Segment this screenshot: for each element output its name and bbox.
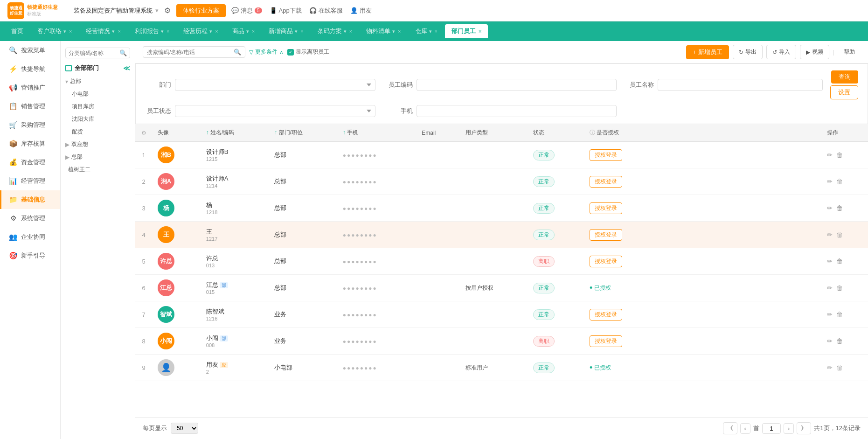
last-page-btn[interactable]: 》 [797,422,811,434]
more-filters-btn[interactable]: ▽ 更多条件 ∧ [249,48,284,56]
search-box[interactable]: 🔍 [143,46,245,58]
edit-icon[interactable]: ✏ [827,311,833,318]
dept-group-zonbu2[interactable]: ▶ 总部 [61,151,135,163]
tab-dept-staff[interactable]: 部门员工× [445,24,488,38]
search-input[interactable] [147,49,232,56]
dept-item-xiaodibu[interactable]: 小电部 [64,88,135,100]
auth-login-btn[interactable]: 授权登录 [590,229,622,241]
delete-icon[interactable]: 🗑 [836,311,843,318]
add-employee-btn[interactable]: + 新增员工 [686,45,729,59]
dept-search-input[interactable] [69,50,118,56]
title-arrow-icon[interactable]: ▾ [155,7,159,14]
dept-item-peihuo[interactable]: 配货 [64,125,135,138]
tab-close[interactable]: × [435,28,437,34]
col-settings[interactable]: ⚙ [135,124,152,142]
edit-icon[interactable]: ✏ [827,337,833,345]
edit-icon[interactable]: ✏ [827,178,833,185]
tab-close[interactable]: × [398,28,401,34]
dept-select[interactable] [175,79,375,91]
tab-close[interactable]: × [300,28,303,34]
set-btn[interactable]: 设置 [830,85,858,99]
tab-close[interactable]: × [118,28,120,34]
resigned-checkbox[interactable]: ✓ [287,49,294,56]
sidebar-item-inventory[interactable]: 📦 库存核算 [0,134,60,153]
sidebar-item-sales[interactable]: 📋 销售管理 [0,97,60,116]
import-btn[interactable]: ↺ 导入 [766,45,796,59]
tab-bom[interactable]: 物料清单▾× [360,24,407,38]
delete-icon[interactable]: 🗑 [836,204,843,212]
tab-operations[interactable]: 经营情况▾× [79,24,127,38]
online-service-btn[interactable]: 🎧 在线客服 [309,7,343,15]
dept-item-xiangmukufang[interactable]: 项目库房 [64,100,135,113]
tab-goods[interactable]: 商品▾× [226,24,261,38]
query-btn[interactable]: 查询 [831,70,858,84]
sidebar-item-quicknav[interactable]: ⚡ 快捷导航 [0,60,60,78]
tab-close[interactable]: × [479,28,481,34]
edit-icon[interactable]: ✏ [827,231,833,238]
view-btn[interactable]: ▶ 视频 [800,45,829,59]
auth-login-btn[interactable]: 授权登录 [590,335,622,347]
sidebar-item-system[interactable]: ⚙ 系统管理 [0,209,60,228]
col-dept-position[interactable]: ↑ 部门/职位 [269,124,337,142]
col-name-code[interactable]: ↑ 姓名/编码 [201,124,269,142]
sidebar-item-operations[interactable]: 📊 经营管理 [0,172,60,190]
dept-all-btn[interactable]: 全部部门 ≪ [61,61,135,75]
edit-icon[interactable]: ✏ [827,258,833,265]
auth-login-btn[interactable]: 授权登录 [590,149,622,161]
experience-btn[interactable]: 体验行业方案 [176,4,226,17]
sidebar-item-search[interactable]: 🔍 搜索菜单 [0,41,60,60]
dept-group-zonbu[interactable]: ▾ 总部 [61,75,135,88]
emp-code-input[interactable] [417,79,617,91]
auth-login-btn[interactable]: 授权登录 [590,202,622,214]
tab-warehouse[interactable]: 仓库▾× [409,24,444,38]
delete-icon[interactable]: 🗑 [836,284,843,292]
dept-group-shuangzuoxiang[interactable]: ▶ 双座想 [61,138,135,151]
user-btn[interactable]: 👤 用友 [350,7,372,15]
dept-item-shenyang[interactable]: 沈阳大库 [64,113,135,125]
tab-new-goods[interactable]: 新增商品▾× [262,24,310,38]
tab-close[interactable]: × [349,28,352,34]
sidebar-item-purchase[interactable]: 🛒 采购管理 [0,116,60,134]
col-phone[interactable]: ↑ 手机 [337,124,417,142]
tab-home[interactable]: 首页 [5,24,30,38]
next-page-btn[interactable]: › [784,423,794,434]
sidebar-item-marketing[interactable]: 📢 营销推广 [0,78,60,97]
export-btn[interactable]: ↻ 导出 [733,45,763,59]
gear-btn[interactable]: ⚙ [164,6,171,15]
edit-icon[interactable]: ✏ [827,364,833,371]
tab-close[interactable]: × [69,28,72,34]
delete-icon[interactable]: 🗑 [836,337,843,345]
page-input[interactable] [762,423,781,434]
emp-status-select[interactable] [175,105,375,117]
delete-icon[interactable]: 🗑 [836,258,843,265]
tab-close[interactable]: × [252,28,255,34]
delete-icon[interactable]: 🗑 [836,364,843,371]
first-page-btn[interactable]: 《 [723,422,737,434]
auth-login-btn[interactable]: 授权登录 [590,256,622,267]
auth-login-btn[interactable]: 授权登录 [590,309,622,321]
sidebar-item-collab[interactable]: 👥 企业协同 [0,228,60,246]
message-btn[interactable]: 💬 消息 5 [231,7,262,15]
tab-close[interactable]: × [215,28,218,34]
dept-search-box[interactable]: 🔍 [65,48,130,58]
tab-close[interactable]: × [167,28,169,34]
emp-name-input[interactable] [658,79,823,91]
per-page-select[interactable]: 50 100 200 [171,423,198,434]
tab-history[interactable]: 经营历程▾× [177,24,224,38]
edit-icon[interactable]: ✏ [827,204,833,212]
delete-icon[interactable]: 🗑 [836,178,843,185]
sidebar-item-finance[interactable]: 💰 资金管理 [0,153,60,172]
auth-login-btn[interactable]: 授权登录 [590,176,622,188]
delete-icon[interactable]: 🗑 [836,231,843,238]
tab-profit[interactable]: 利润报告▾× [128,24,176,38]
dept-collapse-icon[interactable]: ≪ [123,64,130,72]
show-resigned-toggle[interactable]: ✓ 显示离职员工 [287,48,329,56]
tab-customer[interactable]: 客户联络▾× [31,24,78,38]
dept-item-zhishu[interactable]: 植树王二 [61,163,135,176]
delete-icon[interactable]: 🗑 [836,151,843,159]
edit-icon[interactable]: ✏ [827,151,833,159]
phone-input[interactable] [417,105,617,117]
app-download-btn[interactable]: 📱 App下载 [270,7,302,15]
tab-barcode[interactable]: 条码方案▾× [311,24,359,38]
sidebar-item-basic[interactable]: 📁 基础信息 [0,190,60,209]
